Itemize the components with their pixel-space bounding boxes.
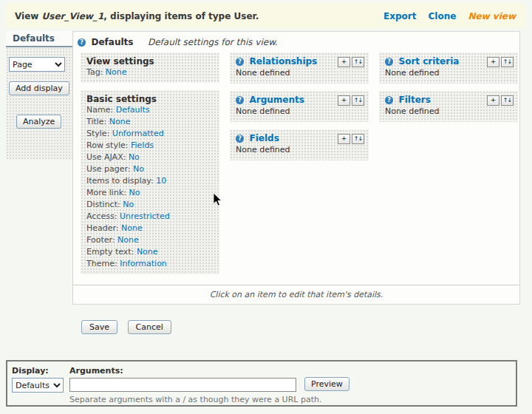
setting-value-link[interactable]: No — [129, 188, 140, 197]
setting-label: Items to display: — [86, 176, 154, 186]
view-settings-title: View settings — [86, 56, 214, 67]
setting-label: Use AJAX: — [86, 152, 126, 162]
empty-text: None defined — [385, 106, 512, 118]
setting-row: Distinct: No — [86, 199, 214, 211]
setting-value-link[interactable]: No — [133, 164, 144, 174]
relationships-title-link[interactable]: Relationships — [250, 56, 318, 67]
rearrange-icon[interactable]: ↑↓ — [352, 57, 364, 67]
box-controls: +↑↓ — [485, 95, 514, 106]
form-actions: Save Cancel — [81, 320, 179, 334]
setting-label: Style: — [86, 129, 109, 138]
basic-settings-title: Basic settings — [86, 94, 214, 104]
setting-row: Tag: None — [86, 67, 214, 78]
preview-panel: Display: Arguments: Defaults Preview Sep… — [6, 360, 517, 407]
add-display-button[interactable]: Add display — [9, 81, 69, 95]
setting-row: Name: Defaults — [86, 104, 214, 116]
setting-value-link[interactable]: None — [137, 247, 158, 257]
view-name: User_View_1 — [42, 11, 104, 21]
view-title-prefix: View — [15, 11, 42, 21]
arguments-hint: Separate arguments with a / as though th… — [69, 395, 321, 404]
relationships-box: ? Relationships +↑↓ None defined — [230, 52, 369, 84]
add-icon[interactable]: + — [487, 95, 499, 106]
setting-row: Row style: Fields — [86, 140, 214, 152]
clone-link[interactable]: Clone — [429, 11, 457, 21]
preview-display-select[interactable]: Defaults — [12, 378, 64, 393]
help-icon[interactable]: ? — [236, 58, 244, 66]
box-header: ? Relationships +↑↓ — [236, 56, 363, 67]
setting-label: Distinct: — [86, 200, 120, 209]
rearrange-icon[interactable]: ↑↓ — [352, 134, 364, 144]
arguments-box: ? Arguments +↑↓ None defined — [230, 91, 369, 122]
setting-value-link[interactable]: None — [117, 235, 139, 245]
setting-row: Header: None — [86, 223, 214, 234]
display-type-select[interactable]: Page — [9, 57, 65, 72]
view-settings-box: View settings Tag: None — [81, 52, 219, 83]
rearrange-icon[interactable]: ↑↓ — [352, 95, 364, 106]
panel-subtitle: Default settings for this view. — [148, 37, 278, 47]
display-sidebar: Defaults Page Add display Analyze — [6, 31, 72, 161]
setting-value-link[interactable]: 10 — [156, 176, 166, 186]
box-header: ? Fields +↑↓ — [236, 133, 363, 143]
help-icon[interactable]: ? — [78, 38, 86, 47]
fields-box: ? Fields +↑↓ None defined — [230, 129, 369, 160]
setting-value-link[interactable]: None — [121, 223, 143, 233]
setting-value-link[interactable]: None — [106, 67, 127, 77]
arguments-title-link[interactable]: Arguments — [250, 95, 304, 105]
sort-criteria-title-link[interactable]: Sort criteria — [399, 56, 460, 67]
display-label: Display: — [12, 366, 49, 376]
rearrange-icon[interactable]: ↑↓ — [501, 95, 514, 106]
help-icon[interactable]: ? — [385, 58, 393, 66]
filters-title-link[interactable]: Filters — [399, 95, 431, 105]
box-header: ? Sort criteria +↑↓ — [385, 56, 512, 67]
setting-row: Style: Unformatted — [86, 128, 214, 140]
panel-header: ? Defaults Default settings for this vie… — [73, 32, 519, 47]
help-icon[interactable]: ? — [236, 135, 244, 143]
help-icon[interactable]: ? — [385, 96, 393, 104]
arguments-input[interactable] — [69, 378, 296, 392]
setting-value-link[interactable]: Fields — [131, 140, 154, 150]
add-icon[interactable]: + — [338, 95, 350, 106]
setting-value-link[interactable]: No — [129, 152, 140, 162]
help-icon[interactable]: ? — [236, 96, 244, 104]
settings-column: ? Sort criteria +↑↓ None defined ? Filte… — [379, 52, 518, 129]
preview-button[interactable]: Preview — [304, 377, 349, 391]
setting-label: More link: — [86, 188, 126, 197]
setting-row: Title: None — [86, 116, 214, 128]
analyze-button[interactable]: Analyze — [16, 115, 61, 129]
setting-label: Header: — [86, 223, 119, 233]
setting-value-link[interactable]: Unrestricted — [120, 211, 170, 221]
add-icon[interactable]: + — [338, 57, 350, 67]
rearrange-icon[interactable]: ↑↓ — [501, 57, 514, 67]
setting-label: Footer: — [86, 235, 115, 245]
setting-value-link[interactable]: Defaults — [116, 105, 150, 115]
setting-row: Theme: Information — [86, 258, 214, 270]
setting-row: Use pager: No — [86, 163, 214, 175]
filters-box: ? Filters +↑↓ None defined — [379, 91, 518, 122]
setting-value-link[interactable]: Information — [120, 259, 167, 268]
add-icon[interactable]: + — [487, 57, 499, 67]
sidebar-body: Page Add display Analyze — [6, 47, 72, 160]
empty-text: None defined — [385, 67, 512, 79]
view-header-links: Export Clone New view — [383, 11, 516, 21]
add-icon[interactable]: + — [338, 134, 350, 144]
setting-label: Row style: — [86, 140, 128, 150]
panel-title: Defaults — [92, 37, 134, 47]
new-view-link[interactable]: New view — [468, 11, 516, 21]
sort-criteria-box: ? Sort criteria +↑↓ None defined — [379, 52, 518, 84]
setting-value-link[interactable]: Unformatted — [112, 129, 164, 138]
defaults-panel: ? Defaults Default settings for this vie… — [72, 31, 520, 305]
setting-label: Theme: — [86, 259, 117, 268]
setting-value-link[interactable]: None — [109, 117, 131, 126]
setting-value-link[interactable]: No — [123, 200, 134, 209]
setting-label: Tag: — [86, 67, 103, 77]
setting-row: Empty text: None — [86, 246, 214, 258]
basic-settings-box: Basic settings Name: Defaults Title: Non… — [81, 90, 219, 274]
save-button[interactable]: Save — [81, 320, 117, 334]
box-header: ? Filters +↑↓ — [385, 95, 512, 105]
tab-defaults[interactable]: Defaults — [6, 31, 72, 47]
box-controls: +↑↓ — [336, 56, 364, 67]
setting-row: Access: Unrestricted — [86, 211, 214, 223]
fields-title-link[interactable]: Fields — [250, 133, 279, 143]
cancel-button[interactable]: Cancel — [128, 320, 171, 334]
export-link[interactable]: Export — [383, 11, 416, 21]
